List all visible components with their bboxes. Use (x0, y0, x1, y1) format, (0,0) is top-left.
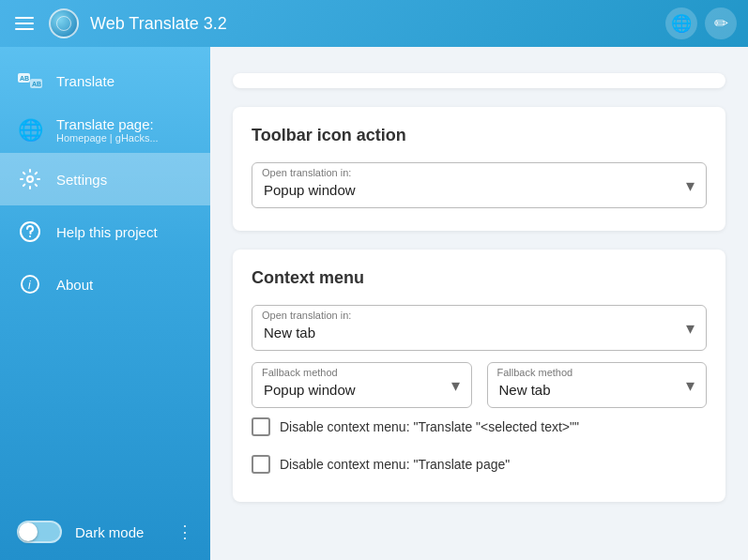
settings-icon (17, 166, 43, 192)
sidebar-translate-label: Translate (56, 73, 114, 89)
sidebar-dark-mode-row: Dark mode ⋮ (0, 511, 210, 552)
checkbox-row-selected-text[interactable]: Disable context menu: "Translate "<selec… (252, 408, 707, 446)
translate-page-label: Translate page: (56, 116, 159, 132)
topbar: Web Translate 3.2 🌐 ✏ (0, 0, 748, 47)
context-dropdown-value: New tab (264, 325, 668, 341)
globe-button[interactable]: 🌐 (665, 8, 697, 39)
context-dropdown-arrow-icon: ▾ (686, 318, 695, 339)
fallback2-value: New tab (499, 382, 669, 398)
sidebar-item-translate[interactable]: A B A B Translate (0, 54, 210, 107)
sidebar-settings-label: Settings (56, 172, 107, 188)
svg-text:B: B (37, 81, 41, 87)
fallback-dropdowns: Fallback method Popup window ▾ Fallback … (252, 362, 707, 408)
sidebar: A B A B Translate 🌐 Translate page: Home… (0, 47, 210, 560)
sidebar-help-label: Help this project (56, 224, 158, 240)
dark-mode-label: Dark mode (75, 524, 144, 540)
about-icon: i (17, 271, 43, 297)
fallback1-dropdown[interactable]: Fallback method Popup window ▾ (252, 362, 472, 408)
app-title: Web Translate 3.2 (90, 14, 654, 34)
content-area: Toolbar icon action Open translation in:… (210, 47, 748, 560)
translate-page-icon: 🌐 (17, 117, 43, 144)
more-options-icon[interactable]: ⋮ (176, 522, 193, 542)
translate-icon: A B A B (17, 68, 43, 94)
help-icon (17, 219, 43, 245)
content-inner: Toolbar icon action Open translation in:… (210, 47, 748, 543)
fallback2-label: Fallback method (497, 367, 573, 378)
sidebar-about-label: About (56, 277, 93, 293)
topbar-actions: 🌐 ✏ (665, 8, 737, 39)
context-menu-section: Context menu Open translation in: New ta… (233, 250, 725, 502)
checkbox-selected-text[interactable] (252, 417, 270, 436)
main-layout: A B A B Translate 🌐 Translate page: Home… (0, 47, 748, 560)
toolbar-dropdown-value: Popup window (264, 182, 668, 198)
sidebar-item-help[interactable]: Help this project (0, 205, 210, 258)
checkbox-selected-text-label: Disable context menu: "Translate "<selec… (280, 419, 579, 434)
fallback2-dropdown[interactable]: Fallback method New tab ▾ (487, 362, 708, 408)
toolbar-dropdown-label: Open translation in: (262, 167, 351, 178)
svg-text:i: i (28, 279, 31, 292)
toolbar-section: Toolbar icon action Open translation in:… (233, 107, 725, 231)
svg-point-6 (27, 176, 33, 182)
menu-icon[interactable] (11, 13, 38, 34)
context-open-translation-dropdown[interactable]: Open translation in: New tab ▾ (252, 305, 707, 351)
svg-point-7 (29, 235, 31, 237)
sidebar-item-translate-page[interactable]: 🌐 Translate page: Homepage | gHacks... (0, 107, 210, 153)
context-menu-section-title: Context menu (252, 268, 707, 288)
toolbar-dropdown-arrow-icon: ▾ (686, 175, 695, 196)
edit-button[interactable]: ✏ (705, 8, 737, 39)
checkbox-row-translate-page[interactable]: Disable context menu: "Translate page" (252, 446, 707, 483)
fallback1-label: Fallback method (262, 367, 338, 378)
checkbox-translate-page[interactable] (252, 455, 270, 474)
fallback1-value: Popup window (264, 382, 434, 398)
toolbar-section-title: Toolbar icon action (252, 126, 707, 145)
fallback1-arrow-icon: ▾ (451, 375, 460, 396)
app-globe-icon (49, 8, 79, 38)
dark-mode-toggle[interactable] (17, 521, 62, 543)
fallback2-arrow-icon: ▾ (686, 375, 695, 396)
sidebar-item-settings[interactable]: Settings (0, 153, 210, 205)
toolbar-open-translation-dropdown[interactable]: Open translation in: Popup window ▾ (252, 162, 707, 208)
svg-text:B: B (24, 75, 29, 82)
context-dropdown-label: Open translation in: (262, 310, 351, 321)
sidebar-item-about[interactable]: i About (0, 258, 210, 310)
translate-page-sublabel: Homepage | gHacks... (56, 132, 159, 144)
toggle-knob (19, 522, 38, 541)
translate-page-text: Translate page: Homepage | gHacks... (56, 116, 159, 144)
checkbox-translate-page-label: Disable context menu: "Translate page" (280, 457, 510, 472)
